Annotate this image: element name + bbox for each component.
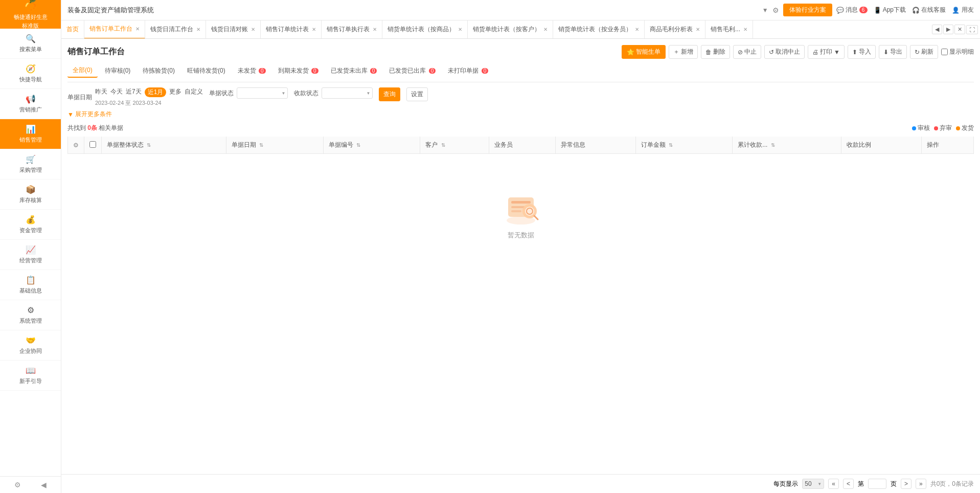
prev-page-btn[interactable]: < [843, 479, 854, 489]
tab-sales-by-customer[interactable]: 销货单统计表（按客户） ✕ [468, 20, 553, 39]
tab-scroll-left-btn[interactable]: ◀ [932, 25, 942, 34]
cancel-stop-btn[interactable]: ↺ 取消中止 [764, 45, 805, 59]
ship-dot-icon [956, 126, 960, 130]
status-label: 单据状态 [209, 89, 234, 98]
today-btn[interactable]: 今天 [110, 87, 123, 97]
import-btn[interactable]: ⬆ 导入 [848, 45, 876, 59]
custom-btn[interactable]: 自定义 [185, 87, 203, 97]
sub-tab-wangpu-pending[interactable]: 旺铺待发货(0) [182, 64, 231, 77]
refresh-btn[interactable]: ↻ 刷新 [910, 45, 938, 59]
show-detail-label[interactable]: 显示明细 [941, 48, 974, 56]
yesterday-btn[interactable]: 昨天 [95, 87, 107, 97]
system-dropdown-icon[interactable]: ▼ [762, 7, 768, 14]
tab-close-all-btn[interactable]: ✕ [954, 25, 965, 34]
smart-create-btn[interactable]: ⭐ 智能生单 [622, 45, 666, 59]
next-page-btn[interactable]: > [901, 479, 911, 489]
user-area[interactable]: 👤 用友 [952, 6, 974, 14]
sort-icon[interactable]: ⇅ [441, 142, 445, 148]
tab-fullscreen-btn[interactable]: ⛶ [966, 25, 978, 34]
sub-tab-pending-inspection[interactable]: 待拣验货(0) [138, 64, 180, 77]
stop-btn[interactable]: ⊘ 中止 [733, 45, 761, 59]
sub-tab-not-shipped[interactable]: 未发货 0 [233, 64, 271, 77]
tab-sales-by-staff[interactable]: 销货单统计表（按业务员） ✕ [553, 20, 645, 39]
week-btn[interactable]: 近7天 [126, 87, 142, 97]
sort-icon[interactable]: ⇅ [356, 142, 360, 148]
tab-close-icon[interactable]: ✕ [696, 27, 700, 32]
query-btn[interactable]: 查询 [379, 87, 400, 101]
tab-sales-stats[interactable]: 销售订单统计表 ✕ [261, 20, 322, 39]
bulk-ship-btn[interactable]: 发货 [956, 124, 974, 132]
app-download-btn[interactable]: 📱 App下载 [874, 6, 906, 14]
sub-tab-pending-review[interactable]: 待审核(0) [100, 64, 136, 77]
tab-close-icon[interactable]: ✕ [373, 27, 377, 32]
select-all-checkbox[interactable] [89, 141, 96, 148]
tab-close-icon[interactable]: ✕ [635, 27, 639, 32]
sidebar-item-inventory[interactable]: 📦 库存核算 [0, 180, 61, 210]
settings-filter-btn[interactable]: 设置 [406, 87, 428, 101]
tab-sales-gross[interactable]: 销售毛利... ✕ [705, 20, 753, 39]
month-btn[interactable]: 近1月 [145, 87, 167, 97]
tab-sales-execute[interactable]: 销售订单执行表 ✕ [322, 20, 382, 39]
message-btn[interactable]: 💬 消息 6 [836, 6, 868, 14]
sidebar-item-basicinfo[interactable]: 📋 基础信息 [0, 270, 61, 300]
sort-icon[interactable]: ⇅ [669, 142, 673, 148]
add-btn[interactable]: ＋ 新增 [669, 45, 698, 59]
industry-btn[interactable]: 体验行业方案 [783, 4, 832, 16]
sidebar-item-finance[interactable]: 💰 资金管理 [0, 210, 61, 240]
payment-select[interactable] [322, 87, 373, 99]
tab-close-icon[interactable]: ✕ [312, 27, 316, 32]
delete-btn[interactable]: 🗑 删除 [701, 45, 730, 59]
sidebar-item-guide[interactable]: 📖 新手引导 [0, 361, 61, 391]
tab-close-icon[interactable]: ✕ [196, 27, 200, 32]
last-page-btn[interactable]: » [916, 479, 926, 489]
tab-daily-clearing[interactable]: 钱货日清工作台 ✕ [145, 20, 206, 39]
bulk-cancel-review-btn[interactable]: 弃审 [934, 124, 952, 132]
header-settings-icon[interactable]: ⚙ [772, 6, 779, 14]
tab-close-icon[interactable]: ✕ [743, 27, 747, 32]
sidebar-item-operations[interactable]: 📈 经营管理 [0, 240, 61, 270]
sort-icon[interactable]: ⇅ [771, 142, 775, 148]
bulk-review-btn[interactable]: 审核 [912, 124, 930, 132]
sub-tab-shipped-out[interactable]: 已发货已出库 0 [384, 64, 441, 77]
tab-close-icon[interactable]: ✕ [543, 27, 548, 32]
sort-icon[interactable]: ⇅ [259, 142, 263, 148]
tab-gross-profit[interactable]: 商品毛利分析表 ✕ [645, 20, 705, 39]
sub-tab-shipped-not-out[interactable]: 已发货未出库 0 [326, 64, 382, 77]
sidebar-item-sales[interactable]: 📊 销售管理 [0, 119, 61, 149]
col-settings[interactable]: ⚙ [68, 137, 84, 154]
sidebar-settings-btn[interactable]: ⚙ [14, 481, 21, 489]
tab-scroll-right-btn[interactable]: ▶ [943, 25, 953, 34]
sub-tab-overdue-not-shipped[interactable]: 到期未发货 0 [273, 64, 324, 77]
sub-tab-not-printed[interactable]: 未打印单据 0 [443, 64, 493, 77]
sidebar-item-search[interactable]: 🔍 搜索菜单 [0, 29, 61, 59]
sidebar-collapse-btn[interactable]: ◀ [41, 481, 47, 489]
sub-tab-all[interactable]: 全部(0) [67, 64, 98, 78]
tab-label: 商品毛利分析表 [650, 25, 693, 34]
export-btn[interactable]: ⬇ 导出 [879, 45, 907, 59]
sidebar-item-marketing[interactable]: 📢 营销推广 [0, 89, 61, 119]
tab-close-icon[interactable]: ✕ [251, 27, 255, 32]
sort-icon[interactable]: ⇅ [147, 142, 151, 148]
page-size-select[interactable]: 10 20 50 100 [802, 479, 824, 489]
tab-sales-workbench[interactable]: 销售订单工作台 ✕ [84, 20, 145, 39]
expand-conditions-btn[interactable]: ▼ 展开更多条件 [67, 110, 112, 119]
online-service-btn[interactable]: 🎧 在线客服 [912, 6, 946, 14]
show-detail-checkbox[interactable] [941, 49, 948, 55]
first-page-btn[interactable]: « [828, 479, 839, 489]
more-btn[interactable]: 更多 [169, 87, 181, 97]
print-btn[interactable]: 🖨 打印 ▼ [808, 45, 845, 59]
status-select-wrapper [237, 87, 288, 99]
page-input[interactable]: 1 [868, 479, 886, 489]
sidebar-item-purchase[interactable]: 🛒 采购管理 [0, 149, 61, 180]
sidebar-item-quicknav[interactable]: 🧭 快捷导航 [0, 59, 61, 89]
sidebar-item-cooperation[interactable]: 🤝 企业协同 [0, 330, 61, 361]
column-settings-icon[interactable]: ⚙ [73, 142, 79, 149]
tab-label: 销货单统计表（按客户） [473, 25, 540, 34]
tab-close-icon[interactable]: ✕ [458, 27, 462, 32]
tab-account-reconciliation[interactable]: 钱货日清对账 ✕ [206, 20, 261, 39]
status-select[interactable] [237, 87, 288, 99]
sidebar-item-system[interactable]: ⚙ 系统管理 [0, 300, 61, 330]
tab-sales-by-product[interactable]: 销货单统计表（按商品） ✕ [382, 20, 468, 39]
tab-home[interactable]: 首页 [61, 20, 84, 39]
tab-close-icon[interactable]: ✕ [135, 26, 140, 32]
